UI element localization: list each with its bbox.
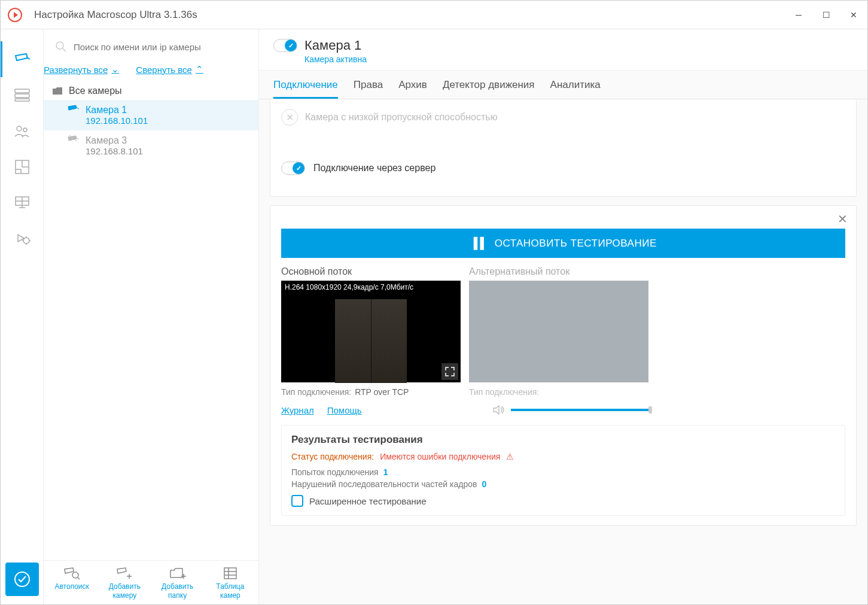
connection-type: Тип подключения:RTP over TCP	[281, 387, 461, 397]
svg-rect-2	[15, 99, 29, 101]
server-icon	[14, 89, 30, 102]
svg-rect-0	[15, 89, 29, 93]
nav-views[interactable]	[1, 185, 44, 221]
tree-panel: Развернуть все ⌄ Свернуть все ⌃ Все каме…	[44, 29, 259, 605]
svg-point-10	[72, 572, 78, 578]
search-camera-icon	[63, 567, 80, 580]
fullscreen-icon[interactable]	[441, 363, 458, 380]
table-icon	[223, 567, 237, 580]
expand-all-link[interactable]: Развернуть все ⌄	[44, 64, 119, 75]
maximize-button[interactable]: ☐	[812, 1, 840, 29]
nav-plans[interactable]	[1, 149, 44, 185]
nav-servers[interactable]	[1, 77, 44, 113]
main-stream-preview[interactable]: H.264 1080x1920 24,9кадр/с 7,0Мбит/с	[281, 281, 461, 382]
alt-connection-type: Тип подключения:	[469, 387, 648, 397]
alt-stream-title: Альтернативный поток	[469, 266, 648, 277]
low-bandwidth-row: ✕ Камера с низкой пропускной способность…	[281, 109, 845, 126]
svg-point-9	[56, 42, 63, 49]
testing-card: ✕ ▐▐ ОСТАНОВИТЬ ТЕСТИРОВАНИЕ Основной по…	[270, 205, 857, 526]
search-box	[44, 29, 258, 59]
speaker-icon	[493, 405, 505, 415]
titlebar: Настройка Macroscop Ultra 3.1.36s ─ ☐ ✕	[1, 1, 867, 29]
camera-icon	[14, 53, 31, 65]
add-folder-button[interactable]: Добавить папку	[152, 567, 203, 600]
via-server-toggle[interactable]	[281, 162, 305, 175]
main-stream: Основной поток H.264 1080x1920 24,9кадр/…	[281, 266, 461, 415]
camera-tree: Все камеры Камера 1 192.168.10.101 Камер…	[44, 82, 258, 560]
tabs: Подключение Права Архив Детектор движени…	[259, 71, 867, 99]
camera-disabled-icon	[68, 135, 80, 144]
warning-icon: ⚠	[506, 452, 514, 461]
svg-point-8	[15, 572, 29, 586]
nav-users[interactable]	[1, 113, 44, 149]
bottom-actions: Автопоиск Добавить камеру Добавить папку…	[44, 560, 258, 605]
camera-ip: 192.168.10.101	[86, 115, 148, 126]
attempts-metric: Попыток подключения1	[291, 467, 835, 477]
check-icon	[14, 571, 31, 588]
search-icon	[56, 41, 66, 52]
chevron-up-icon: ⌃	[196, 64, 203, 75]
add-camera-icon	[116, 567, 133, 580]
close-button[interactable]: ✕	[840, 1, 867, 29]
tab-motion[interactable]: Детектор движения	[443, 79, 535, 99]
stream-info-overlay: H.264 1080x1920 24,9кадр/с 7,0Мбит/с	[285, 283, 413, 291]
camera-status: Камера активна	[304, 54, 853, 64]
window-title: Настройка Macroscop Ultra 3.1.36s	[34, 9, 785, 21]
test-results: Результаты тестирования Статус подключен…	[281, 425, 845, 516]
svg-point-4	[23, 128, 27, 132]
content-area: Камера 1 Камера активна Подключение Прав…	[259, 29, 867, 605]
results-title: Результаты тестирования	[291, 434, 835, 446]
monitor-icon	[14, 196, 31, 209]
extended-testing-label: Расширенное тестирование	[309, 496, 427, 506]
add-folder-icon	[169, 567, 186, 580]
search-input[interactable]	[74, 42, 246, 52]
sequence-metric: Нарушений последовательности частей кадр…	[291, 479, 835, 489]
alt-stream: Альтернативный поток Тип подключения:	[469, 266, 648, 415]
plans-icon	[15, 160, 29, 174]
folder-icon	[52, 87, 63, 95]
add-camera-button[interactable]: Добавить камеру	[99, 567, 150, 600]
tree-item-camera-3[interactable]: Камера 3 192.168.8.101	[44, 130, 258, 161]
help-link[interactable]: Помощь	[327, 405, 362, 415]
extended-testing-checkbox[interactable]	[291, 495, 303, 507]
stop-testing-button[interactable]: ▐▐ ОСТАНОВИТЬ ТЕСТИРОВАНИЕ	[281, 229, 845, 258]
collapse-all-link[interactable]: Свернуть все ⌃	[136, 64, 203, 75]
main-stream-title: Основной поток	[281, 266, 461, 277]
svg-point-3	[17, 126, 22, 131]
automation-icon	[14, 232, 30, 245]
camera-enabled-toggle[interactable]	[273, 39, 297, 52]
camera-table-button[interactable]: Таблица камер	[205, 567, 256, 600]
minimize-button[interactable]: ─	[785, 1, 812, 29]
connection-options-card: ✕ Камера с низкой пропускной способность…	[270, 99, 857, 197]
apply-button[interactable]	[5, 563, 39, 596]
tree-item-camera-1[interactable]: Камера 1 192.168.10.101	[44, 100, 258, 130]
extended-testing-row[interactable]: Расширенное тестирование	[291, 495, 835, 507]
svg-rect-1	[15, 94, 29, 98]
nav-automation[interactable]	[1, 221, 44, 257]
camera-name: Камера 1	[86, 105, 148, 115]
close-testing-button[interactable]: ✕	[837, 212, 848, 226]
alt-stream-preview[interactable]	[469, 281, 648, 382]
tab-archive[interactable]: Архив	[398, 79, 427, 99]
svg-rect-11	[224, 568, 236, 579]
nav-cameras[interactable]	[1, 41, 44, 77]
via-server-label: Подключение через сервер	[313, 163, 435, 174]
camera-ip: 192.168.8.101	[86, 146, 143, 156]
tab-rights[interactable]: Права	[354, 79, 383, 99]
connection-status: Статус подключения: Имеются ошибки подкл…	[291, 452, 835, 461]
pause-icon: ▐▐	[470, 237, 483, 250]
camera-icon	[68, 105, 80, 113]
nav-rail	[1, 29, 44, 605]
tree-root[interactable]: Все камеры	[44, 82, 258, 100]
autosearch-button[interactable]: Автопоиск	[46, 567, 98, 600]
page-title: Камера 1	[304, 38, 361, 53]
tab-analytics[interactable]: Аналитика	[550, 79, 601, 99]
camera-name: Камера 3	[86, 135, 143, 146]
volume-control[interactable]	[493, 405, 648, 415]
users-icon	[14, 124, 31, 138]
journal-link[interactable]: Журнал	[281, 405, 314, 415]
app-logo-icon	[8, 8, 22, 22]
chevron-down-icon: ⌄	[111, 64, 119, 75]
tab-connection[interactable]: Подключение	[273, 79, 338, 99]
svg-point-7	[23, 238, 29, 244]
